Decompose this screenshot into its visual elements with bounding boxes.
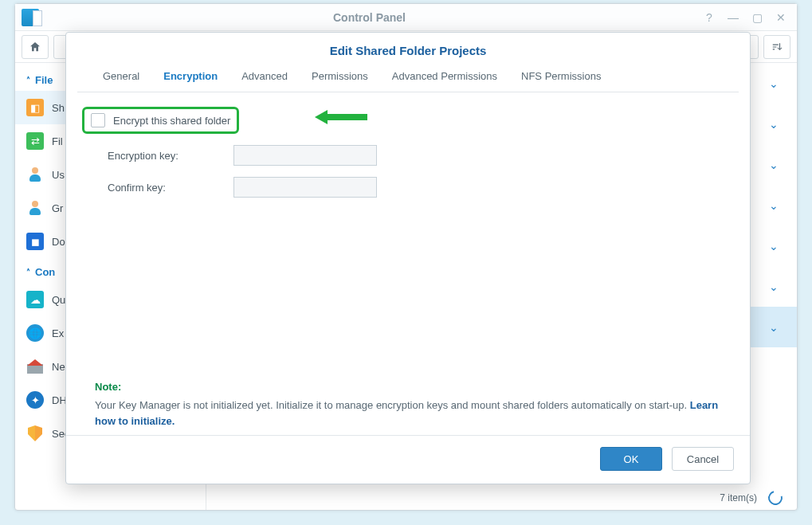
tab-advanced-permissions[interactable]: Advanced Permissions [390, 67, 499, 85]
modal-backdrop: Edit Shared Folder Projects General Encr… [0, 0, 812, 525]
note-heading: Note: [95, 381, 721, 393]
tab-encryption[interactable]: Encryption [162, 67, 219, 85]
tab-general[interactable]: General [101, 67, 141, 85]
cancel-button[interactable]: Cancel [672, 447, 734, 471]
confirm-key-input[interactable] [233, 177, 377, 198]
tab-nfs-permissions[interactable]: NFS Permissions [520, 67, 602, 85]
arrow-head-icon [315, 110, 328, 124]
dialog-body: Encrypt this shared folder Encryption ke… [66, 92, 750, 381]
encrypt-checkbox-row: Encrypt this shared folder [82, 107, 239, 134]
dialog-tabs: General Encryption Advanced Permissions … [77, 67, 739, 92]
note-block: Note: Your Key Manager is not initialize… [66, 381, 750, 435]
dialog-footer: OK Cancel [66, 435, 750, 484]
encrypt-checkbox[interactable] [91, 113, 105, 127]
ok-button[interactable]: OK [600, 447, 662, 471]
note-text: Your Key Manager is not initialized yet.… [95, 398, 721, 429]
confirm-key-label: Confirm key: [108, 182, 219, 194]
tab-permissions[interactable]: Permissions [310, 67, 370, 85]
annotation-arrow [315, 110, 367, 124]
confirm-key-row: Confirm key: [82, 177, 734, 198]
encryption-key-input[interactable] [233, 145, 377, 166]
encryption-key-label: Encryption key: [108, 150, 219, 162]
encrypt-checkbox-label: Encrypt this shared folder [113, 115, 230, 127]
edit-shared-folder-dialog: Edit Shared Folder Projects General Encr… [65, 32, 751, 484]
note-body: Your Key Manager is not initialized yet.… [95, 399, 687, 411]
encryption-key-row: Encryption key: [82, 145, 734, 166]
tab-advanced[interactable]: Advanced [240, 67, 289, 85]
arrow-shaft [328, 114, 367, 120]
dialog-title: Edit Shared Folder Projects [66, 33, 750, 67]
